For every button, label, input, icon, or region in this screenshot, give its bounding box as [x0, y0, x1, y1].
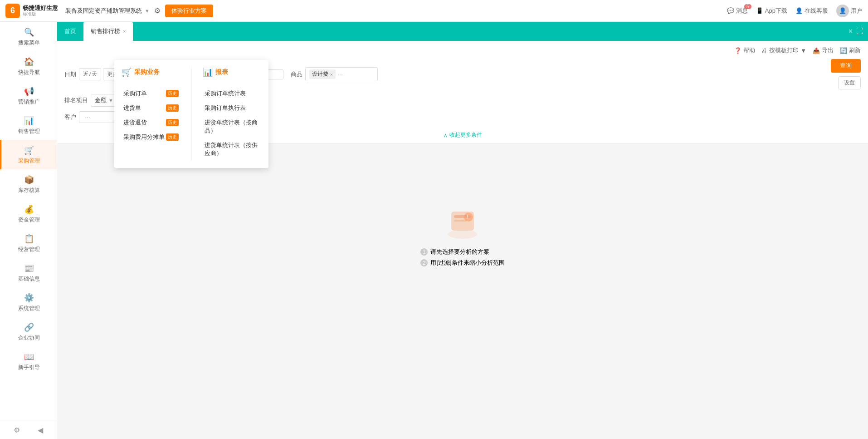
sidebar-item-sales[interactable]: 📊 销售管理 [0, 110, 57, 140]
tab-sales-rank[interactable]: 销售排行榜 × [83, 22, 133, 41]
hint-1: 1 请先选择要分析的方案 [420, 248, 489, 256]
purchase-col-icon: 🛒 [122, 67, 132, 77]
system-selector[interactable]: 装备及固定资产辅助管理系统 ▼ ⚙ [65, 6, 161, 15]
dropdown-purchase-title: 🛒 采购业务 [122, 67, 180, 81]
content-area: 首页 销售排行榜 × × ⛶ ❓ [57, 22, 868, 439]
print-button[interactable]: 🖨 按模板打印 ▼ [761, 46, 806, 54]
hint-2: 2 用[过滤]条件来缩小分析范围 [420, 259, 504, 267]
refresh-label: 刷新 [849, 46, 861, 54]
collapse-up-icon: ∧ [444, 132, 448, 138]
sidebar-item-label: 搜索菜单 [18, 39, 40, 47]
close-icon[interactable]: × [848, 27, 853, 35]
sidebar-item-quick-nav[interactable]: 🏠 快捷导航 [0, 51, 57, 81]
logo-text-sub: 标准版 [23, 11, 58, 17]
help-button[interactable]: ❓ 帮助 [734, 46, 755, 54]
refresh-icon: 🔄 [840, 47, 847, 54]
home-icon: 🏠 [24, 57, 34, 67]
settings-icon[interactable]: ⚙ [14, 426, 20, 434]
top-bar-right: 💬 消息 5 📱 App下载 👤 在线客服 👤 用户 [727, 5, 863, 17]
sidebar-item-purchase[interactable]: 🛒 采购管理 [0, 140, 57, 169]
export-icon: 📤 [813, 47, 820, 54]
collapse-icon[interactable]: ◀ [38, 426, 43, 434]
gear-icon[interactable]: ⚙ [154, 6, 161, 15]
purchase-icon: 🛒 [24, 145, 34, 155]
tab-bar: 首页 销售排行榜 × × ⛶ [57, 22, 868, 41]
logo-icon: 6 [5, 4, 20, 18]
dropdown-report-title: 📊 报表 [203, 67, 262, 81]
user-menu[interactable]: 👤 用户 [836, 5, 863, 17]
tab-home[interactable]: 首页 [57, 22, 83, 41]
inventory-icon: 📦 [24, 175, 34, 185]
message-button[interactable]: 💬 消息 5 [727, 7, 748, 15]
export-label: 导出 [822, 46, 834, 54]
logo-text-main: 畅捷通好生意 [23, 5, 58, 12]
hist-badge: 历史 [166, 119, 179, 126]
query-action-group: 查询 设置 [831, 59, 861, 89]
logo-text: 畅捷通好生意 标准版 [23, 5, 58, 17]
goods-input[interactable]: 设计费 × ··· [305, 67, 378, 81]
dropdown-report-col: 📊 报表 采购订单统计表 采购订单执行表 进货单统计表（按商品） [203, 67, 262, 161]
dropdown-menu: 🛒 采购业务 采购订单 历史 进货单 历史 进货退货 [114, 60, 268, 168]
sidebar-item-marketing[interactable]: 📢 营销推广 [0, 81, 57, 110]
sidebar-item-label: 系统管理 [18, 305, 40, 312]
goods-label: 商品 [291, 70, 302, 79]
sidebar-item-label: 采购管理 [18, 157, 40, 165]
empty-illustration: ! [442, 202, 483, 243]
purchase-col-label: 采购业务 [134, 68, 160, 76]
setting-button[interactable]: 设置 [838, 76, 861, 89]
dropdown-item-incoming-supplier[interactable]: 进货单统计表（按供应商） [203, 138, 262, 161]
sidebar: 🔍 搜索菜单 🏠 快捷导航 📢 营销推广 📊 销售管理 🛒 采购管理 📦 [0, 22, 57, 439]
svg-point-4 [464, 212, 473, 222]
date-label: 日期 [64, 70, 76, 79]
print-label: 按模板打印 [769, 46, 799, 54]
sidebar-item-basic[interactable]: 📰 基础信息 [0, 258, 57, 287]
collapse-label: 收起更多条件 [449, 131, 482, 139]
operation-icon: 📋 [24, 234, 34, 244]
industry-button[interactable]: 体验行业方案 [165, 5, 213, 17]
hist-badge: 历史 [166, 133, 179, 141]
sidebar-item-label: 营销推广 [18, 98, 40, 106]
refresh-button[interactable]: 🔄 刷新 [840, 46, 861, 54]
mobile-icon: 📱 [756, 7, 763, 14]
tab-close-icon[interactable]: × [123, 29, 126, 34]
sidebar-item-label: 企业协同 [18, 334, 40, 342]
print-arrow: ▼ [800, 47, 806, 54]
sidebar-item-label: 快捷导航 [18, 69, 40, 76]
sidebar-item-finance[interactable]: 💰 资金管理 [0, 199, 57, 228]
online-service-button[interactable]: 👤 在线客服 [795, 7, 828, 15]
user-label: 用户 [851, 7, 863, 15]
query-button[interactable]: 查询 [831, 59, 861, 73]
logo-area: 6 畅捷通好生意 标准版 [5, 4, 58, 18]
dropdown-item-purchase-stat[interactable]: 采购订单统计表 [203, 86, 262, 101]
svg-text:!: ! [467, 214, 468, 220]
system-name: 装备及固定资产辅助管理系统 [65, 7, 142, 15]
empty-state: ! 1 请先选择要分析的方案 2 用[过滤]条件来缩小分析范围 [57, 144, 868, 326]
dropdown-item-incoming[interactable]: 进货单 历史 [122, 101, 180, 115]
dropdown-item-purchase-exec[interactable]: 采购订单执行表 [203, 101, 262, 115]
sidebar-item-enterprise[interactable]: 🔗 企业协同 [0, 317, 57, 346]
sidebar-item-guide[interactable]: 📖 新手引导 [0, 346, 57, 376]
sidebar-item-operation[interactable]: 📋 经营管理 [0, 228, 57, 258]
dropdown-item-incoming-goods[interactable]: 进货单统计表（按商品） [203, 115, 262, 138]
sidebar-item-inventory[interactable]: 📦 库存核算 [0, 169, 57, 199]
chevron-down-icon: ▼ [108, 98, 113, 103]
sidebar-item-label: 新手引导 [18, 364, 40, 371]
top-bar: 6 畅捷通好生意 标准版 装备及固定资产辅助管理系统 ▼ ⚙ 体验行业方案 💬 … [0, 0, 868, 22]
dropdown-item-return[interactable]: 进货退货 历史 [122, 115, 180, 130]
expand-icon[interactable]: ⛶ [856, 27, 863, 35]
sidebar-item-search[interactable]: 🔍 搜索菜单 [0, 22, 57, 51]
goods-more-icon[interactable]: ··· [337, 71, 343, 78]
enterprise-icon: 🔗 [24, 322, 34, 332]
hist-badge: 历史 [166, 90, 179, 97]
dropdown-purchase-col: 🛒 采购业务 采购订单 历史 进货单 历史 进货退货 [122, 67, 180, 161]
dropdown-item-purchase-order[interactable]: 采购订单 历史 [122, 86, 180, 101]
collapse-button[interactable]: ∧ 收起更多条件 [444, 131, 482, 139]
sidebar-item-system[interactable]: ⚙️ 系统管理 [0, 287, 57, 317]
goods-tag-close[interactable]: × [330, 72, 333, 77]
report-col-icon: 📊 [203, 67, 213, 77]
app-download-button[interactable]: 📱 App下载 [756, 7, 787, 15]
export-button[interactable]: 📤 导出 [813, 46, 834, 54]
dropdown-item-expense[interactable]: 采购费用分摊单 历史 [122, 130, 180, 144]
customer-more-icon[interactable]: ··· [85, 113, 90, 121]
date-7days-btn[interactable]: 近7天 [79, 68, 101, 80]
